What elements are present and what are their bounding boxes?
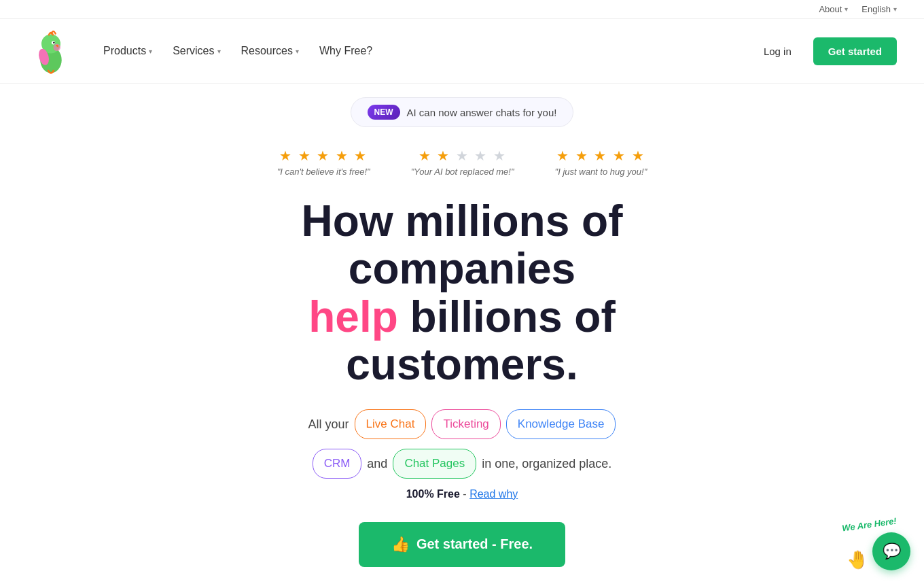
about-menu[interactable]: About ▾ bbox=[819, 4, 848, 14]
navbar: Products ▾ Services ▾ Resources ▾ Why Fr… bbox=[0, 19, 924, 84]
about-chevron-icon: ▾ bbox=[845, 5, 848, 13]
resources-chevron-icon: ▾ bbox=[296, 48, 299, 55]
tag-ticketing[interactable]: Ticketing bbox=[431, 409, 500, 439]
new-badge: NEW bbox=[368, 105, 400, 120]
review-1: ★ ★ ★ ★ ★ "I can't believe it's free!" bbox=[277, 148, 370, 177]
chat-bubble-button[interactable]: 💬 bbox=[872, 532, 910, 570]
stars-1: ★ ★ ★ ★ ★ bbox=[279, 148, 368, 164]
review-3: ★ ★ ★ ★ ★ "I just want to hug you!" bbox=[555, 148, 647, 177]
review-text-2: "Your AI bot replaced me!" bbox=[411, 167, 514, 177]
read-why-link[interactable]: Read why bbox=[469, 488, 518, 500]
review-text-1: "I can't believe it's free!" bbox=[277, 167, 370, 177]
about-label: About bbox=[819, 4, 842, 14]
banner-text: AI can now answer chats for you! bbox=[407, 107, 557, 118]
hero-line1: How millions of companies bbox=[302, 196, 623, 293]
wave-hand-icon: 🤚 bbox=[847, 549, 868, 570]
free-text: 100% Free - Read why bbox=[406, 488, 518, 500]
nav-right: Log in Get started bbox=[753, 37, 897, 65]
logo-icon bbox=[27, 27, 75, 75]
language-menu[interactable]: English ▾ bbox=[861, 4, 897, 14]
reviews-row: ★ ★ ★ ★ ★ "I can't believe it's free!" ★… bbox=[277, 148, 647, 177]
products-chevron-icon: ▾ bbox=[149, 48, 152, 55]
new-banner[interactable]: NEW AI can now answer chats for you! bbox=[351, 97, 574, 127]
tags-and: and bbox=[367, 451, 387, 476]
nav-left: Products ▾ Services ▾ Resources ▾ Why Fr… bbox=[27, 27, 380, 75]
tag-live-chat[interactable]: Live Chat bbox=[355, 409, 427, 439]
svg-point-4 bbox=[53, 41, 55, 44]
tags-area: All your Live Chat Ticketing Knowledge B… bbox=[308, 409, 616, 439]
main-content: NEW AI can now answer chats for you! ★ ★… bbox=[0, 84, 924, 584]
hero-highlight: help bbox=[308, 292, 398, 341]
thumbs-up-icon: 👍 bbox=[391, 536, 410, 553]
stars-3: ★ ★ ★ ★ ★ bbox=[556, 148, 645, 164]
stars-2: ★ ★ ★ ★ ★ bbox=[419, 148, 507, 164]
nav-products[interactable]: Products ▾ bbox=[95, 39, 160, 63]
cta-button[interactable]: 👍 Get started - Free. bbox=[359, 522, 565, 567]
nav-why-free[interactable]: Why Free? bbox=[311, 39, 380, 63]
get-started-nav-button[interactable]: Get started bbox=[813, 37, 897, 65]
top-bar: About ▾ English ▾ bbox=[0, 0, 924, 19]
free-separator: - bbox=[463, 488, 469, 500]
tags-prefix: All your bbox=[308, 412, 349, 436]
cta-label: Get started - Free. bbox=[416, 536, 533, 552]
chat-widget: We Are Here! 🤚 💬 bbox=[842, 519, 910, 570]
nav-resources[interactable]: Resources ▾ bbox=[233, 39, 307, 63]
tag-knowledge-base[interactable]: Knowledge Base bbox=[506, 409, 616, 439]
chat-icon: 💬 bbox=[883, 543, 901, 560]
logo[interactable] bbox=[27, 27, 75, 75]
free-bold: 100% Free bbox=[406, 488, 460, 500]
tags-area-2: CRM and Chat Pages in one, organized pla… bbox=[313, 449, 612, 479]
language-label: English bbox=[861, 4, 891, 14]
nav-links: Products ▾ Services ▾ Resources ▾ Why Fr… bbox=[95, 39, 380, 63]
tags-suffix: in one, organized place. bbox=[482, 451, 611, 476]
language-chevron-icon: ▾ bbox=[893, 5, 897, 13]
login-button[interactable]: Log in bbox=[753, 40, 802, 63]
services-chevron-icon: ▾ bbox=[217, 48, 221, 55]
tag-crm[interactable]: CRM bbox=[313, 449, 362, 479]
hero-heading: How millions of companies help billions … bbox=[190, 197, 734, 389]
nav-services[interactable]: Services ▾ bbox=[164, 39, 228, 63]
tag-chat-pages[interactable]: Chat Pages bbox=[393, 449, 476, 479]
review-text-3: "I just want to hug you!" bbox=[555, 167, 647, 177]
review-2: ★ ★ ★ ★ ★ "Your AI bot replaced me!" bbox=[411, 148, 514, 177]
